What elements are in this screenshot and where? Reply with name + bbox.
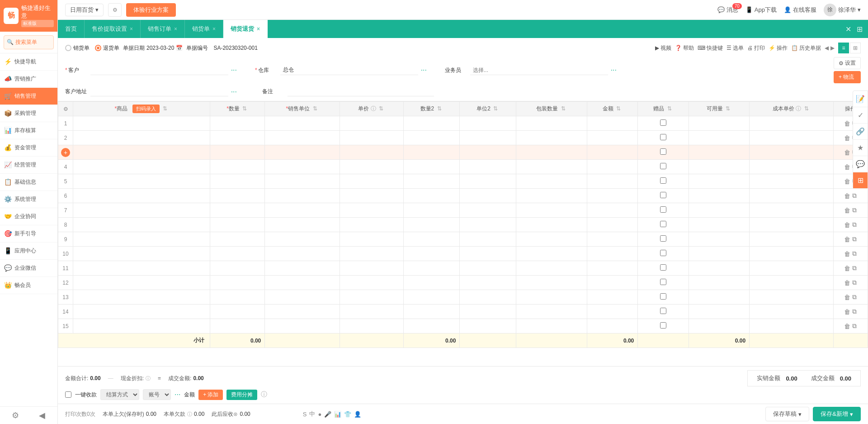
tab-home[interactable]: 首页 xyxy=(58,20,85,38)
right-tool-link[interactable]: 🔗 xyxy=(853,124,868,140)
fenyong-btn[interactable]: 费用分摊 xyxy=(226,390,257,400)
sidebar-nav-item-wechat[interactable]: 💬 企业微信 xyxy=(0,260,57,277)
row-14-delete-icon[interactable]: 🗑 xyxy=(844,308,850,315)
row-1-gift-checkbox[interactable] xyxy=(660,119,666,126)
row-11-copy-icon[interactable]: ⧉ xyxy=(852,264,857,272)
row-3-gift-checkbox[interactable] xyxy=(660,148,666,155)
row-3-sales-unit[interactable] xyxy=(265,145,340,160)
row-10-copy-icon[interactable]: ⧉ xyxy=(852,250,857,257)
settings-btn[interactable]: ⚙ 设置 xyxy=(834,57,861,69)
bottom-tool-6[interactable]: 👕 xyxy=(344,411,351,418)
right-tool-note[interactable]: 📝 xyxy=(853,91,868,107)
sidebar-nav-item-operation[interactable]: 📈 经营管理 xyxy=(0,157,57,174)
row-8-delete-icon[interactable]: 🗑 xyxy=(844,221,850,229)
row-2-qty[interactable] xyxy=(210,131,265,145)
sidebar-nav-item-appstore[interactable]: 📱 应用中心 xyxy=(0,243,57,260)
row-3-pack-qty[interactable] xyxy=(516,145,587,160)
row-8-gift-checkbox[interactable] xyxy=(660,221,666,227)
salesperson-input[interactable] xyxy=(470,66,608,75)
right-tool-star[interactable]: ★ xyxy=(853,140,868,156)
row-15-delete-icon[interactable]: 🗑 xyxy=(844,323,850,330)
sidebar-nav-item-basic[interactable]: 📋 基础信息 xyxy=(0,174,57,191)
row-1-qty[interactable] xyxy=(210,116,265,131)
account-select[interactable]: 账号 xyxy=(143,389,171,400)
tab-sales-return[interactable]: 销货退货 × xyxy=(223,20,268,38)
row-3-qty2[interactable] xyxy=(403,145,460,160)
tab-sales-order-close-icon[interactable]: × xyxy=(174,26,177,32)
nav-prev-icon[interactable]: ◀ xyxy=(825,45,829,51)
row-2-available[interactable] xyxy=(689,131,750,145)
calendar-icon[interactable]: 📅 xyxy=(176,45,183,51)
payment-method-select[interactable]: 结算方式 xyxy=(100,389,139,400)
row-4-gift-checkbox[interactable] xyxy=(660,163,666,169)
row-1-available[interactable] xyxy=(689,116,750,131)
sidebar-nav-item-sales[interactable]: 🛒 销售管理 xyxy=(0,88,57,105)
logistics-btn[interactable]: + 物流 xyxy=(834,71,861,83)
row-3-qty[interactable] xyxy=(210,145,265,160)
message-btn[interactable]: 💬 消息 70 xyxy=(717,6,738,14)
sidebar-nav-item-marketing[interactable]: 📣 营销推广 xyxy=(0,71,57,88)
bottom-tool-5[interactable]: 📊 xyxy=(334,411,341,418)
row-9-copy-icon[interactable]: ⧉ xyxy=(852,235,857,243)
view-list-btn[interactable]: ≡ xyxy=(838,43,849,53)
tab-price-setting[interactable]: 售价提取设置 × xyxy=(85,20,141,38)
remark-input[interactable] xyxy=(288,87,434,96)
row-2-unit2[interactable] xyxy=(460,131,516,145)
trial-btn[interactable]: 体验行业方案 xyxy=(126,3,176,17)
row-2-cost-price[interactable] xyxy=(750,131,833,145)
save-new-btn[interactable]: 保存&新增 ▾ xyxy=(813,407,861,421)
row-15-copy-icon[interactable]: ⧉ xyxy=(852,322,857,330)
shortcut-key-btn[interactable]: ⌨ 快捷键 xyxy=(698,44,723,52)
row-1-amount[interactable] xyxy=(587,116,638,131)
row-4-delete-icon[interactable]: 🗑 xyxy=(844,163,850,171)
right-tool-todo[interactable]: ✓ xyxy=(853,107,868,124)
address-more-btn[interactable]: ··· xyxy=(231,88,237,95)
row-14-gift-checkbox[interactable] xyxy=(660,308,666,314)
right-tool-active[interactable]: ⊞ xyxy=(853,172,868,188)
search-menu-button[interactable]: 🔍 搜索菜单 xyxy=(4,35,54,49)
warehouse-more-btn[interactable]: ··· xyxy=(421,67,427,74)
row-1-cost-price[interactable] xyxy=(750,116,833,131)
radio-delivery[interactable]: 销货单 xyxy=(65,44,90,52)
address-input[interactable] xyxy=(90,87,228,96)
tab-price-setting-close-icon[interactable]: × xyxy=(130,26,133,32)
save-draft-btn[interactable]: 保存草稿 ▾ xyxy=(765,407,809,421)
sidebar-nav-item-member[interactable]: 👑 畅会员 xyxy=(0,277,57,294)
print-btn[interactable]: 🖨 打印 xyxy=(747,44,765,52)
row-7-delete-icon[interactable]: 🗑 xyxy=(844,207,850,214)
bottom-tool-7[interactable]: 👤 xyxy=(354,411,361,418)
scan-input-btn[interactable]: 扫码录入 xyxy=(132,105,160,113)
row-3-product-input[interactable] xyxy=(76,149,207,156)
row-1-qty2[interactable] xyxy=(403,116,460,131)
row-3-amount[interactable] xyxy=(587,145,638,160)
tab-sales-delivery-close-icon[interactable]: × xyxy=(212,26,216,32)
row-11-gift-checkbox[interactable] xyxy=(660,264,666,271)
view-grid-btn[interactable]: ⊞ xyxy=(850,43,861,53)
row-9-gift-checkbox[interactable] xyxy=(660,235,666,242)
row-13-delete-icon[interactable]: 🗑 xyxy=(844,294,850,301)
row-10-gift-checkbox[interactable] xyxy=(660,250,666,256)
row-7-gift-checkbox[interactable] xyxy=(660,206,666,213)
row-6-delete-icon[interactable]: 🗑 xyxy=(844,192,850,200)
row-14-copy-icon[interactable]: ⧉ xyxy=(852,308,857,315)
sidebar-nav-item-shortcut[interactable]: ⚡ 快捷导航 xyxy=(0,53,57,71)
row-10-delete-icon[interactable]: 🗑 xyxy=(844,250,850,257)
industry-select[interactable]: 日用百货 ▾ xyxy=(65,4,104,16)
row-1-sales-unit[interactable] xyxy=(265,116,340,131)
row-13-gift-checkbox[interactable] xyxy=(660,293,666,300)
sidebar-nav-item-inventory[interactable]: 📊 库存核算 xyxy=(0,122,57,139)
history-btn[interactable]: 📋 历史单据 xyxy=(791,44,821,52)
row-1-unit-price[interactable] xyxy=(340,116,403,131)
row-2-sales-unit[interactable] xyxy=(265,131,340,145)
customer-input[interactable] xyxy=(90,66,228,75)
bottom-tool-3[interactable]: ● xyxy=(318,411,321,418)
right-tool-msg[interactable]: 💬 xyxy=(853,156,868,172)
row-15-gift-checkbox[interactable] xyxy=(660,322,666,329)
row-2-gift-checkbox[interactable] xyxy=(660,134,666,140)
user-info[interactable]: 徐 徐泽华 ▾ xyxy=(824,4,861,16)
radio-return[interactable]: 退货单 xyxy=(95,44,119,52)
row-11-delete-icon[interactable]: 🗑 xyxy=(844,265,850,272)
bottom-tool-1[interactable]: S xyxy=(303,411,307,418)
doc-date-value[interactable]: 2023-03-20 xyxy=(146,45,174,51)
table-settings-icon[interactable]: ⚙ xyxy=(63,106,68,112)
